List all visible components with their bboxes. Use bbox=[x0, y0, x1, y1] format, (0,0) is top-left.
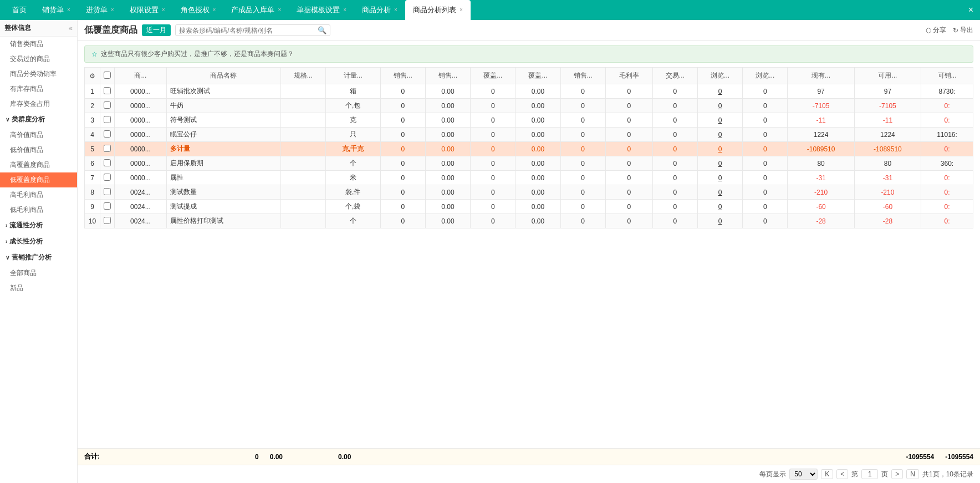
sidebar-item-sales-goods[interactable]: 销售类商品 bbox=[0, 37, 77, 52]
row-checkbox-cell[interactable] bbox=[100, 214, 115, 228]
last-page-button[interactable]: N bbox=[906, 469, 919, 479]
table-row: 3 0000... 符号测试 克 0 0.00 0 0.00 0 0 0 0 0… bbox=[85, 113, 973, 128]
row-checkbox[interactable] bbox=[104, 116, 111, 123]
row-name[interactable]: 符号测试 bbox=[166, 113, 280, 128]
settings-column-header[interactable]: ⚙ bbox=[85, 68, 100, 84]
row-name[interactable]: 测试数量 bbox=[166, 185, 280, 200]
page-size-select[interactable]: 50 100 200 bbox=[789, 469, 818, 480]
row-checkbox-cell[interactable] bbox=[100, 99, 115, 113]
select-all-checkbox[interactable] bbox=[104, 72, 111, 79]
row-name[interactable]: 眠宝公仔 bbox=[166, 128, 280, 142]
sidebar-item-in-stock-goods[interactable]: 有库存商品 bbox=[0, 82, 77, 96]
row-checkbox-cell[interactable] bbox=[100, 128, 115, 142]
nav-product-analysis[interactable]: 商品分析 × bbox=[354, 0, 405, 20]
row-checkbox-cell[interactable] bbox=[100, 200, 115, 214]
row-browse1[interactable]: 0 bbox=[697, 84, 742, 99]
search-input[interactable] bbox=[179, 27, 318, 34]
row-checkbox[interactable] bbox=[104, 159, 111, 166]
sidebar-collapse-button[interactable]: « bbox=[69, 24, 73, 32]
row-name[interactable]: 旺辅批次测试 bbox=[166, 84, 280, 99]
nav-template-settings[interactable]: 单据模板设置 × bbox=[289, 0, 354, 20]
nav-purchase-order[interactable]: 进货单 × bbox=[78, 0, 122, 20]
checkbox-column-header[interactable] bbox=[100, 68, 115, 84]
row-checkbox[interactable] bbox=[104, 174, 111, 181]
sidebar-item-low-coverage[interactable]: 低覆盖度商品 bbox=[0, 172, 77, 187]
sidebar-item-inventory-capital[interactable]: 库存资金占用 bbox=[0, 96, 77, 111]
row-checkbox[interactable] bbox=[104, 87, 111, 94]
export-button[interactable]: ↻ 导出 bbox=[953, 26, 973, 35]
row-checkbox-cell[interactable] bbox=[100, 185, 115, 200]
row-checkbox[interactable] bbox=[104, 202, 111, 210]
sidebar-item-new-goods[interactable]: 新品 bbox=[0, 281, 77, 296]
row-checkbox-cell[interactable] bbox=[100, 142, 115, 156]
sidebar-item-high-value[interactable]: 高价值商品 bbox=[0, 128, 77, 143]
col-header-code: 商... bbox=[115, 68, 167, 84]
row-spec bbox=[280, 84, 325, 99]
row-checkbox[interactable] bbox=[104, 130, 111, 138]
nav-role-auth[interactable]: 角色授权 × bbox=[173, 0, 224, 20]
info-banner: ☆ 这些商品只有很少客户购买过，是推广不够，还是商品本身问题？ bbox=[84, 45, 973, 63]
sidebar-item-low-margin[interactable]: 低毛利商品 bbox=[0, 202, 77, 217]
search-icon[interactable]: 🔍 bbox=[318, 26, 326, 34]
sidebar-section-header-flow[interactable]: › 流通性分析 bbox=[0, 217, 77, 233]
nav-permission-settings[interactable]: 权限设置 × bbox=[122, 0, 173, 20]
row-browse1[interactable]: 0 bbox=[697, 142, 742, 156]
close-icon[interactable]: × bbox=[343, 0, 346, 20]
row-name[interactable]: 启用保质期 bbox=[166, 156, 280, 171]
row-checkbox[interactable] bbox=[104, 188, 111, 195]
close-all-tabs-button[interactable]: × bbox=[968, 5, 973, 15]
row-checkbox-cell[interactable] bbox=[100, 113, 115, 128]
row-browse1[interactable]: 0 bbox=[697, 171, 742, 185]
close-icon[interactable]: × bbox=[111, 0, 114, 20]
row-name[interactable]: 测试提成 bbox=[166, 200, 280, 214]
close-icon[interactable]: × bbox=[213, 0, 216, 20]
row-browse1[interactable]: 0 bbox=[697, 185, 742, 200]
row-browse1[interactable]: 0 bbox=[697, 113, 742, 128]
row-gross: 0 bbox=[605, 200, 652, 214]
sidebar-item-low-value[interactable]: 低价值商品 bbox=[0, 143, 77, 157]
first-page-button[interactable]: K bbox=[821, 469, 833, 479]
row-browse1[interactable]: 0 bbox=[697, 99, 742, 113]
row-sales1: 0 bbox=[380, 128, 425, 142]
row-checkbox[interactable] bbox=[104, 101, 111, 109]
page-title: 低覆盖度商品 bbox=[84, 24, 137, 36]
page-number-input[interactable] bbox=[861, 469, 878, 479]
row-name[interactable]: 属性 bbox=[166, 171, 280, 185]
nav-product-inbound[interactable]: 产成品入库单 × bbox=[223, 0, 289, 20]
prev-page-button[interactable]: < bbox=[836, 469, 848, 479]
sidebar-item-category-sales-rate[interactable]: 商品分类动销率 bbox=[0, 67, 77, 82]
close-icon[interactable]: × bbox=[394, 0, 397, 20]
row-checkbox-cell[interactable] bbox=[100, 171, 115, 185]
close-icon[interactable]: × bbox=[162, 0, 165, 20]
sidebar-section-header-cluster[interactable]: ∨ 类群度分析 bbox=[0, 111, 77, 128]
share-button[interactable]: ⬡ 分享 bbox=[926, 26, 946, 35]
row-checkbox-cell[interactable] bbox=[100, 84, 115, 99]
row-checkbox[interactable] bbox=[104, 217, 111, 224]
nav-product-analysis-list[interactable]: 商品分析列表 × bbox=[405, 0, 471, 20]
sidebar-section-header-growth[interactable]: › 成长性分析 bbox=[0, 233, 77, 250]
nav-sales-order[interactable]: 销货单 × bbox=[34, 0, 78, 20]
row-name[interactable]: 多计量 bbox=[166, 142, 280, 156]
close-icon[interactable]: × bbox=[278, 0, 281, 20]
row-cover2: 0.00 bbox=[515, 99, 560, 113]
row-spec bbox=[280, 214, 325, 228]
row-browse1[interactable]: 0 bbox=[697, 200, 742, 214]
period-button[interactable]: 近一月 bbox=[142, 24, 171, 36]
nav-home[interactable]: 首页 bbox=[4, 0, 34, 20]
close-icon[interactable]: × bbox=[460, 0, 463, 20]
row-checkbox-cell[interactable] bbox=[100, 156, 115, 171]
row-unit: 米 bbox=[325, 171, 380, 185]
sidebar-item-high-margin[interactable]: 高毛利商品 bbox=[0, 187, 77, 202]
row-name[interactable]: 属性价格打印测试 bbox=[166, 214, 280, 228]
row-browse1[interactable]: 0 bbox=[697, 128, 742, 142]
close-icon[interactable]: × bbox=[67, 0, 70, 20]
sidebar-section-header-marketing[interactable]: ∨ 营销推广分析 bbox=[0, 250, 77, 266]
next-page-button[interactable]: > bbox=[891, 469, 903, 479]
row-checkbox[interactable] bbox=[104, 145, 111, 152]
row-name[interactable]: 牛奶 bbox=[166, 99, 280, 113]
sidebar-item-traded-goods[interactable]: 交易过的商品 bbox=[0, 52, 77, 67]
sidebar-item-high-coverage[interactable]: 高覆盖度商品 bbox=[0, 157, 77, 172]
row-browse1[interactable]: 0 bbox=[697, 156, 742, 171]
row-browse1[interactable]: 0 bbox=[697, 214, 742, 228]
sidebar-item-all-goods[interactable]: 全部商品 bbox=[0, 266, 77, 281]
